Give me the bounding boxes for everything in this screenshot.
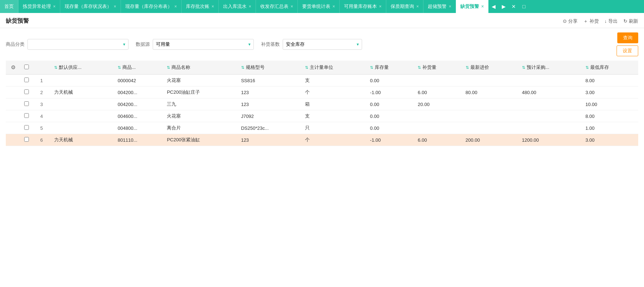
row-product-code: 004600...: [114, 110, 163, 122]
row-min-stock: 3.00: [582, 134, 638, 146]
row-estimated-purchase: 1200.00: [518, 134, 582, 146]
row-replenish: [414, 110, 462, 122]
th-stock[interactable]: ⇅库存量: [366, 61, 414, 75]
row-index: 2: [32, 87, 51, 98]
tab-close-icon[interactable]: ×: [212, 4, 214, 9]
tab-inventory-distribution[interactable]: 现存量（库存分布表） ×: [121, 0, 182, 13]
tab-prev-button[interactable]: ◀: [488, 0, 499, 13]
sort-icon: ⇅: [305, 65, 308, 70]
tab-close-icon[interactable]: ×: [332, 4, 335, 9]
category-select[interactable]: ▾: [27, 39, 129, 50]
th-unit[interactable]: ⇅主计量单位: [301, 61, 366, 75]
th-product-code[interactable]: ⇅商品...: [114, 61, 163, 75]
row-checkbox-cell: [21, 122, 32, 134]
row-stock: 0.00: [366, 75, 414, 87]
tab-close-icon[interactable]: ×: [114, 4, 116, 9]
row-unit: 个: [301, 87, 366, 98]
tab-close-icon[interactable]: ×: [379, 4, 382, 9]
sort-icon: ⇅: [466, 65, 469, 70]
refresh-action[interactable]: ↻ 刷新: [623, 18, 638, 25]
row-unit: 支: [301, 110, 366, 122]
replenish-icon: ＋: [583, 18, 588, 25]
replenish-action[interactable]: ＋ 补货: [583, 18, 599, 25]
tab-close-icon[interactable]: ×: [291, 4, 293, 9]
row-unit: 只: [301, 122, 366, 134]
share-action[interactable]: ⊙ 分享: [563, 18, 578, 25]
datasource-select[interactable]: 可用量 ▾: [153, 39, 254, 50]
datasource-value: 可用量: [156, 41, 170, 48]
row-checkbox-cell: [21, 75, 32, 87]
row-estimated-purchase: 480.00: [518, 87, 582, 98]
tab-batch-account[interactable]: 库存批次账 ×: [182, 0, 219, 13]
row-min-stock: 3.00: [582, 87, 638, 98]
th-product-name[interactable]: ⇅商品名称: [163, 61, 237, 75]
tab-close-icon[interactable]: ×: [249, 4, 251, 9]
page-title: 缺货预警: [6, 17, 29, 25]
row-latest-price: 200.00: [462, 134, 518, 146]
row-checkbox[interactable]: [24, 78, 29, 82]
tab-close-icon[interactable]: ×: [449, 4, 451, 9]
tab-picking-exception[interactable]: 拣货异常处理 ×: [18, 0, 60, 13]
th-estimated-purchase[interactable]: ⇅预计采购...: [518, 61, 582, 75]
tab-summary[interactable]: 收发存汇总表 ×: [256, 0, 298, 13]
replenish-base-select[interactable]: 安全库存 ▾: [283, 39, 362, 50]
tab-requisition[interactable]: 要货单统计表 ×: [298, 0, 340, 13]
table-row: 4 004600... 火花塞 J7092 支 0.00 8.00: [6, 110, 638, 122]
row-estimated-purchase: [518, 98, 582, 110]
tab-close-icon[interactable]: ×: [481, 4, 484, 9]
export-action[interactable]: ↓ 导出: [605, 18, 618, 25]
row-checkbox[interactable]: [24, 113, 29, 118]
row-stock: 0.00: [366, 98, 414, 110]
row-estimated-purchase: [518, 110, 582, 122]
row-default-supplier: 力天机械: [51, 134, 114, 146]
row-settings-cell: [6, 110, 21, 122]
tab-shortage[interactable]: 缺货预警 ×: [456, 0, 488, 13]
th-latest-price[interactable]: ⇅最新进价: [462, 61, 518, 75]
tab-close-icon[interactable]: ×: [53, 4, 56, 9]
th-index: [32, 61, 51, 75]
row-replenish: 6.00: [414, 134, 462, 146]
row-latest-price: [462, 98, 518, 110]
row-product-code: 004200...: [114, 98, 163, 110]
tab-close-icon[interactable]: ×: [416, 4, 419, 9]
row-checkbox[interactable]: [24, 137, 29, 142]
th-default-supplier[interactable]: ⇅默认供应...: [51, 61, 114, 75]
table-body: 1 0000042 火花塞 SS816 支 0.00 8.00 2 力天机械 0…: [6, 75, 638, 146]
tab-next-button[interactable]: ▶: [499, 0, 509, 13]
select-all-checkbox[interactable]: [24, 65, 29, 69]
tab-close-icon[interactable]: ×: [174, 4, 177, 9]
row-stock: -1.00: [366, 87, 414, 98]
row-stock: -1.00: [366, 134, 414, 146]
query-button[interactable]: 查询: [617, 32, 638, 43]
tab-expiry[interactable]: 保质期查询 ×: [386, 0, 423, 13]
sort-icon: ⇅: [118, 65, 121, 70]
tab-available-ledger[interactable]: 可用量库存账本 ×: [340, 0, 386, 13]
datasource-filter-group: 数据源 可用量 ▾: [136, 39, 254, 50]
row-default-supplier: [51, 75, 114, 87]
tab-flow[interactable]: 出入库流水 ×: [219, 0, 256, 13]
row-checkbox[interactable]: [24, 101, 29, 106]
tab-overstock[interactable]: 超储预警 ×: [423, 0, 456, 13]
row-settings-cell: [6, 87, 21, 98]
row-checkbox[interactable]: [24, 125, 29, 130]
th-spec[interactable]: ⇅规格型号: [238, 61, 301, 75]
gear-button[interactable]: ⚙: [9, 63, 17, 71]
row-min-stock: 1.00: [582, 122, 638, 134]
tab-home[interactable]: 首页: [0, 0, 18, 13]
settings-button[interactable]: 设置: [617, 45, 638, 56]
row-product-name: PC200张紧油缸: [163, 134, 237, 146]
sort-icon: ⇅: [418, 65, 421, 70]
row-replenish: 20.00: [414, 98, 462, 110]
row-product-code: 004800...: [114, 122, 163, 134]
th-settings: ⚙: [6, 61, 21, 75]
row-settings-cell: [6, 122, 21, 134]
maximize-button[interactable]: □: [519, 0, 529, 13]
tab-inventory-status[interactable]: 现存量（库存状况表） ×: [60, 0, 121, 13]
th-min-stock[interactable]: ⇅最低库存: [582, 61, 638, 75]
th-replenish[interactable]: ⇅补货量: [414, 61, 462, 75]
page-header: 缺货预警 ⊙ 分享 ＋ 补货 ↓ 导出 ↻ 刷新: [0, 13, 644, 28]
row-product-name: 离合片: [163, 122, 237, 134]
close-window-button[interactable]: ✕: [509, 0, 519, 13]
main-content: 缺货预警 ⊙ 分享 ＋ 补货 ↓ 导出 ↻ 刷新 商品分类: [0, 13, 644, 287]
row-checkbox[interactable]: [24, 89, 29, 94]
